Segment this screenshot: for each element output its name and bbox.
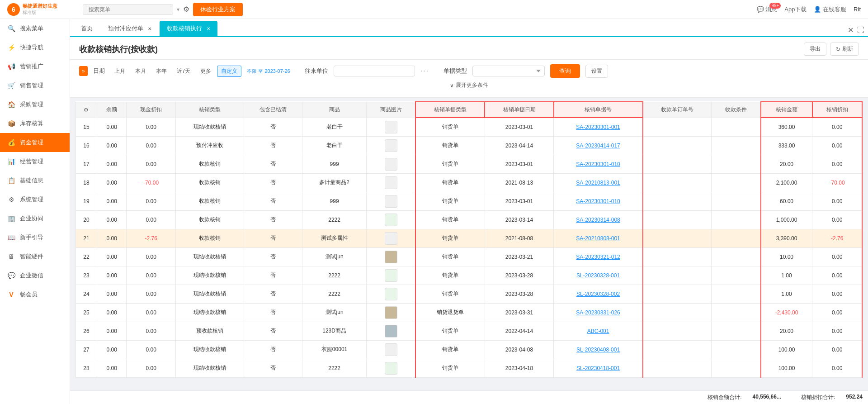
col-settings[interactable]: ⚙ <box>76 102 97 118</box>
sales-icon: 🛒 <box>7 81 15 90</box>
row-amount: -2,430.00 <box>761 303 812 322</box>
sidebar-item-basic[interactable]: 📋 基础信息 <box>0 171 70 190</box>
row-bill-date: 2023-03-01 <box>485 192 554 210</box>
row-id: 23 <box>76 266 97 285</box>
table-container[interactable]: ⚙ 余额 现金折扣 核销类型 包含已结清 商品 商品图片 核销单据类型 核销单据… <box>70 98 868 390</box>
row-bill-no[interactable]: SL-20230408-001 <box>554 340 643 359</box>
expand-conditions-btn[interactable]: ∨ 展开更多条件 <box>450 80 488 91</box>
partner-input[interactable] <box>334 66 415 76</box>
basic-icon: 📋 <box>7 176 15 185</box>
sidebar-item-operations[interactable]: 📊 经营管理 <box>0 152 70 171</box>
online-service-link[interactable]: 👤 在线客服 <box>814 5 846 14</box>
row-balance: 0.00 <box>97 340 127 359</box>
sidebar-item-smarthw[interactable]: 🖥 智能硬件 <box>0 247 70 266</box>
sidebar-item-system[interactable]: ⚙ 系统管理 <box>0 190 70 209</box>
sidebar-item-vip[interactable]: V 畅会员 <box>0 285 70 304</box>
sidebar-item-tutorial[interactable]: 📖 新手引导 <box>0 228 70 247</box>
tab-close-all-icon[interactable]: ✕ <box>848 26 854 34</box>
date-btn-custom[interactable]: 自定义 <box>217 66 241 77</box>
row-bill-no[interactable]: SA-20210808-001 <box>554 229 643 247</box>
sidebar-label-marketing: 营销推广 <box>20 62 43 71</box>
tab-prepay[interactable]: 预付冲应付单 ✕ <box>101 21 159 36</box>
search-input[interactable] <box>83 4 173 15</box>
row-product: 测试jun <box>302 303 366 322</box>
row-bill-no[interactable]: SA-20230301-010 <box>554 192 643 210</box>
app-download-link[interactable]: App下载 <box>784 5 807 14</box>
tab-writeoff[interactable]: 收款核销执行 ✕ <box>160 21 217 36</box>
row-bill-date: 2021-08-08 <box>485 229 554 247</box>
tab-expand-icon[interactable]: ⛶ <box>857 26 864 34</box>
total-discount-label: 核销折扣合计: <box>801 394 835 401</box>
row-included: 否 <box>244 322 302 340</box>
date-btn-this-year[interactable]: 本年 <box>152 66 171 77</box>
row-discount: -70.00 <box>812 173 862 192</box>
row-receipt-order <box>643 210 712 229</box>
row-included: 否 <box>244 247 302 266</box>
row-bill-no[interactable]: SA-20210813-001 <box>554 173 643 192</box>
row-balance: 0.00 <box>97 266 127 285</box>
row-bill-type: 销货单 <box>415 118 485 136</box>
export-button[interactable]: 导出 <box>804 43 826 56</box>
settings-button[interactable]: 设置 <box>585 65 608 78</box>
tab-writeoff-close[interactable]: ✕ <box>207 26 210 31</box>
row-bill-no[interactable]: SL-20230328-001 <box>554 266 643 285</box>
row-product-img <box>366 118 415 136</box>
quicknav-icon: ⚡ <box>7 43 15 52</box>
sidebar-item-search[interactable]: 🔍 搜索菜单 <box>0 19 70 38</box>
sidebar-item-sales[interactable]: 🛒 销售管理 <box>0 76 70 95</box>
refresh-button[interactable]: ↻ 刷新 <box>830 43 859 56</box>
content-area: 首页 预付冲应付单 ✕ 收款核销执行 ✕ ✕ ⛶ 收款核销执行(按收款) 导出 <box>70 19 868 404</box>
date-btn-more[interactable]: 更多 <box>196 66 215 77</box>
row-id: 28 <box>76 359 97 377</box>
row-bill-no[interactable]: ABC-001 <box>554 322 643 340</box>
row-bill-no[interactable]: SA-20230314-008 <box>554 210 643 229</box>
sidebar-item-finance[interactable]: 💰 资金管理 <box>0 133 70 152</box>
row-bill-no[interactable]: SL-20230328-002 <box>554 285 643 303</box>
row-cash-discount: 0.00 <box>127 285 175 303</box>
row-bill-no[interactable]: SA-20230414-017 <box>554 136 643 155</box>
single-type-select[interactable] <box>472 66 545 76</box>
row-included: 否 <box>244 285 302 303</box>
col-discount: 核销折扣 <box>812 102 862 118</box>
row-bill-no[interactable]: SA-20230321-012 <box>554 247 643 266</box>
date-btn-7days[interactable]: 近7天 <box>173 66 195 77</box>
sidebar-item-wechat[interactable]: 💬 企业微信 <box>0 266 70 285</box>
sidebar-item-inventory[interactable]: 📦 库存核算 <box>0 114 70 133</box>
row-amount: 1.00 <box>761 266 812 285</box>
gear-icon[interactable]: ⚙ <box>183 5 189 14</box>
row-bill-no[interactable]: SA-20230301-010 <box>554 155 643 173</box>
date-btn-last-month[interactable]: 上月 <box>110 66 129 77</box>
sidebar-item-quicknav[interactable]: ⚡ 快捷导航 <box>0 38 70 57</box>
tab-home[interactable]: 首页 <box>74 21 100 36</box>
table-row: 19 0.00 0.00 收款核销 否 999 销货单 2023-03-01 S… <box>76 192 863 210</box>
row-balance: 0.00 <box>97 136 127 155</box>
sidebar-item-enterprise[interactable]: 🏢 企业协同 <box>0 209 70 228</box>
notification-icon[interactable]: 💬 消息 99+ <box>757 5 778 14</box>
row-id: 16 <box>76 136 97 155</box>
sidebar-label-basic: 基础信息 <box>20 176 43 185</box>
sidebar-item-purchase[interactable]: 🏠 采购管理 <box>0 95 70 114</box>
vip-icon: V <box>7 290 15 299</box>
date-btn-this-month[interactable]: 本月 <box>131 66 150 77</box>
query-button[interactable]: 查询 <box>550 64 580 78</box>
tab-prepay-close[interactable]: ✕ <box>148 26 151 31</box>
row-bill-date: 2023-03-21 <box>485 247 554 266</box>
row-type: 收款核销 <box>175 155 244 173</box>
filter-toggle-btn[interactable]: » <box>79 66 88 76</box>
row-bill-no[interactable]: SA-20230331-026 <box>554 303 643 322</box>
trial-button[interactable]: 休验行业方案 <box>193 3 243 16</box>
row-amount: 333.00 <box>761 136 812 155</box>
row-bill-no[interactable]: SA-20230301-001 <box>554 118 643 136</box>
row-bill-type: 销货单 <box>415 155 485 173</box>
row-product-img <box>366 210 415 229</box>
app-name: 畅捷通谱好生意 <box>23 3 57 10</box>
row-receipt-order <box>643 173 712 192</box>
row-receipt-cond <box>712 173 761 192</box>
inventory-icon: 📦 <box>7 119 15 128</box>
row-bill-no[interactable]: SL-20230418-001 <box>554 359 643 377</box>
sidebar-label-vip: 畅会员 <box>20 290 38 299</box>
sidebar-item-marketing[interactable]: 📢 营销推广 <box>0 57 70 76</box>
row-bill-type: 销货单 <box>415 247 485 266</box>
col-amount: 核销金额 <box>761 102 812 118</box>
sidebar-label-finance: 资金管理 <box>20 138 43 147</box>
